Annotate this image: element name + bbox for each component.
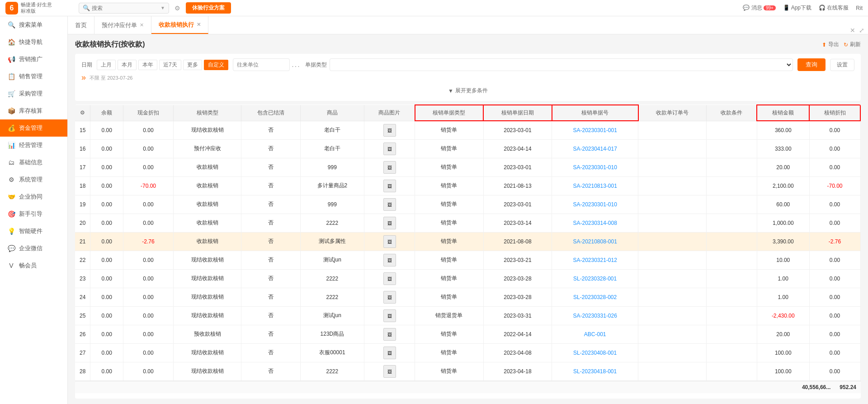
expand-more-label[interactable]: ▼ 展开更多条件 xyxy=(81,85,854,96)
unit-input[interactable] xyxy=(233,58,290,71)
date-btn-thismonth[interactable]: 本月 xyxy=(118,60,137,70)
cell-voucher-no[interactable]: SL-20230328-001 xyxy=(552,269,638,288)
industry-solution-button[interactable]: 休验行业方案 xyxy=(186,2,231,14)
cell-included: 否 xyxy=(241,158,301,176)
cell-voucher-no[interactable]: SA-20210808-001 xyxy=(552,232,638,251)
cell-img: 🖼 xyxy=(364,232,415,251)
sidebar-item-enterprise[interactable]: 🤝企业协同 xyxy=(0,188,67,205)
sidebar-item-operations[interactable]: 📊经营管理 xyxy=(0,137,67,154)
voucher-link[interactable]: SL-20230408-001 xyxy=(573,350,617,356)
tab-home[interactable]: 首页 xyxy=(68,16,94,34)
cell-voucher-no[interactable]: SA-20230331-026 xyxy=(552,306,638,325)
cell-voucher-date: 2023-04-18 xyxy=(483,362,552,380)
tab-prepay-close[interactable]: ✕ xyxy=(140,22,144,28)
voucher-link[interactable]: SL-20230328-002 xyxy=(573,294,617,300)
cell-voucher-no[interactable]: SA-20230314-008 xyxy=(552,214,638,232)
col-settings[interactable]: ⚙ xyxy=(75,105,90,121)
cell-order-no xyxy=(638,343,707,362)
cell-voucher-no[interactable]: SL-20230408-001 xyxy=(552,343,638,362)
cell-voucher-no[interactable]: ABC-001 xyxy=(552,325,638,343)
cell-img: 🖼 xyxy=(364,176,415,195)
voucher-link[interactable]: ABC-001 xyxy=(584,331,606,337)
cell-payment-term xyxy=(706,306,757,325)
sidebar-item-guide[interactable]: 🎯新手引导 xyxy=(0,205,67,223)
cell-type: 现结收款核销 xyxy=(174,362,241,380)
tab-prepay[interactable]: 预付冲应付单 ✕ xyxy=(94,16,151,34)
window-close-icon[interactable]: ✕ xyxy=(850,27,855,34)
cell-voucher-date: 2023-03-28 xyxy=(483,269,552,288)
sidebar-item-hardware[interactable]: 💡智能硬件 xyxy=(0,223,67,240)
filter-expand-arrow[interactable]: » xyxy=(81,73,86,82)
voucher-link[interactable]: SL-20230328-001 xyxy=(573,276,617,282)
settings-button[interactable]: 设置 xyxy=(830,59,854,71)
cell-voucher-no[interactable]: SL-20230328-002 xyxy=(552,288,638,306)
tab-writeoff-close[interactable]: ✕ xyxy=(197,22,201,28)
col-order-no: 收款单订单号 xyxy=(638,105,707,121)
sidebar-item-wechat[interactable]: 💬企业微信 xyxy=(0,240,67,257)
window-expand-icon[interactable]: ⤢ xyxy=(859,27,864,34)
sidebar-item-marketing[interactable]: 📢营销推广 xyxy=(0,51,67,68)
col-payment-term: 收款条件 xyxy=(706,105,757,121)
cell-discount: 0.00 xyxy=(809,325,860,343)
voucher-link[interactable]: SA-20210813-001 xyxy=(573,183,617,189)
date-btn-custom[interactable]: 自定义 xyxy=(204,60,228,70)
col-discount: 核销折扣 xyxy=(809,105,860,121)
sidebar-item-search[interactable]: 🔍搜索菜单 xyxy=(0,16,67,33)
app-download-link[interactable]: 📱 App下载 xyxy=(783,4,811,12)
export-button[interactable]: ⬆导出 xyxy=(822,41,839,48)
voucher-link[interactable]: SA-20230414-017 xyxy=(573,146,617,152)
cell-voucher-no[interactable]: SA-20230301-001 xyxy=(552,121,638,139)
cell-voucher-no[interactable]: SA-20230321-012 xyxy=(552,251,638,269)
cell-type: 现结收款核销 xyxy=(174,121,241,139)
search-input[interactable] xyxy=(92,5,159,11)
cell-voucher-no[interactable]: SA-20210813-001 xyxy=(552,176,638,195)
sidebar-item-purchase[interactable]: 🛒采购管理 xyxy=(0,85,67,102)
online-service-link[interactable]: 🎧 在线客服 xyxy=(819,4,849,12)
cell-voucher-no[interactable]: SA-20230301-010 xyxy=(552,195,638,214)
table-header-row: ⚙ 余额 现金折扣 核销类型 包含已结清 商品 商品图片 核销单据类型 核销单据… xyxy=(75,105,860,121)
voucher-type-select[interactable] xyxy=(330,58,793,71)
cell-id: 16 xyxy=(75,139,90,158)
cell-voucher-no[interactable]: SA-20230414-017 xyxy=(552,139,638,158)
voucher-link[interactable]: SA-20230301-010 xyxy=(573,201,617,208)
sidebar-item-finance[interactable]: 💰资金管理 xyxy=(0,119,67,137)
cell-voucher-no[interactable]: SA-20230301-010 xyxy=(552,158,638,176)
query-button[interactable]: 查询 xyxy=(797,58,826,71)
app-logo: 6 畅捷通·好生意 标准版 xyxy=(5,2,73,14)
cell-discount: 0.00 xyxy=(809,362,860,380)
cell-order-no xyxy=(638,269,707,288)
cell-included: 否 xyxy=(241,269,301,288)
voucher-link[interactable]: SA-20230301-010 xyxy=(573,164,617,171)
sidebar-item-basic-info[interactable]: 🗂基础信息 xyxy=(0,154,67,171)
voucher-link[interactable]: SA-20230314-008 xyxy=(573,220,617,226)
voucher-link[interactable]: SA-20210808-001 xyxy=(573,238,617,245)
gear-icon[interactable]: ⚙ xyxy=(175,5,180,12)
date-btn-7days[interactable]: 近7天 xyxy=(159,60,181,70)
purchase-icon: 🛒 xyxy=(7,90,15,97)
voucher-link[interactable]: SA-20230331-026 xyxy=(573,313,617,319)
date-btn-lastmonth[interactable]: 上月 xyxy=(97,60,116,70)
sidebar-item-sales[interactable]: 📋销售管理 xyxy=(0,68,67,85)
cell-voucher-type: 销货单 xyxy=(415,362,484,380)
sidebar-item-inventory[interactable]: 📦库存核算 xyxy=(0,102,67,119)
cell-cash-discount: 0.00 xyxy=(123,269,173,288)
cell-voucher-no[interactable]: SL-20230418-001 xyxy=(552,362,638,380)
voucher-link[interactable]: SA-20230301-001 xyxy=(573,127,617,133)
expand-more-btn[interactable]: ▼ 展开更多条件 xyxy=(81,85,854,96)
cell-cash-discount: 0.00 xyxy=(123,251,173,269)
sidebar-item-member[interactable]: V畅会员 xyxy=(0,257,67,274)
top-search-bar[interactable]: 🔍 ▼ xyxy=(79,3,169,14)
tab-writeoff[interactable]: 收款核销执行 ✕ xyxy=(151,16,208,34)
username-display: Rit xyxy=(856,5,863,11)
refresh-button[interactable]: ↻刷新 xyxy=(844,41,861,48)
cell-img: 🖼 xyxy=(364,251,415,269)
voucher-link[interactable]: SA-20230321-012 xyxy=(573,257,617,263)
cell-payment-term xyxy=(706,195,757,214)
cell-balance: 0.00 xyxy=(90,269,123,288)
message-icon-area[interactable]: 💬 消息 99+ xyxy=(743,4,776,12)
voucher-link[interactable]: SL-20230418-001 xyxy=(573,368,617,375)
date-btn-thisyear[interactable]: 本年 xyxy=(138,60,157,70)
date-btn-more[interactable]: 更多 xyxy=(183,60,202,70)
sidebar-item-system[interactable]: ⚙系统管理 xyxy=(0,171,67,188)
sidebar-item-quicknav[interactable]: 🏠快捷导航 xyxy=(0,33,67,51)
